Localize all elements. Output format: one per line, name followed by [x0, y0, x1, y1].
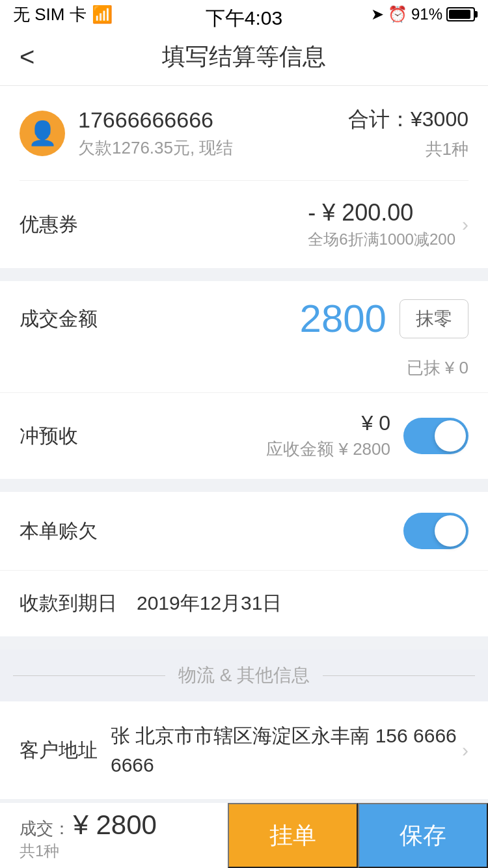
arrears-toggle[interactable]: [403, 513, 468, 549]
bottom-count: 共1种: [20, 841, 208, 861]
status-time: 下午4:03: [206, 5, 282, 32]
address-chevron-icon: ›: [462, 739, 468, 761]
customer-left: 👤 17666666666 欠款1276.35元, 现结: [20, 107, 233, 159]
round-zero-button[interactable]: 抹零: [400, 299, 468, 338]
duedate-value: 2019年12月31日: [137, 590, 282, 617]
divider-line-left: [13, 675, 165, 676]
prepaid-row: 冲预收 ¥ 0 应收金额 ¥ 2800: [0, 392, 488, 479]
pending-button[interactable]: 挂单: [228, 803, 358, 868]
deal-label: 成交金额: [20, 306, 98, 332]
arrears-row: 本单赊欠: [0, 492, 488, 570]
address-value: 张 北京市市辖区海淀区永丰南 156 6666 6666: [111, 721, 462, 780]
duedate-label: 收款到期日: [20, 590, 117, 617]
deal-right: 2800 抹零: [300, 299, 468, 338]
carrier-text: 无 SIM 卡: [13, 3, 87, 26]
customer-row: 👤 17666666666 欠款1276.35元, 现结 合计：¥3000 共1…: [20, 86, 468, 180]
avatar: 👤: [20, 111, 65, 156]
customer-sub: 欠款1276.35元, 现结: [78, 137, 233, 159]
customer-phone: 17666666666: [78, 107, 233, 133]
customer-info: 17666666666 欠款1276.35元, 现结: [78, 107, 233, 159]
arrears-section: 本单赊欠 收款到期日 2019年12月31日: [0, 492, 488, 636]
content: 👤 17666666666 欠款1276.35元, 现结 合计：¥3000 共1…: [0, 86, 488, 868]
deal-section: 成交金额 2800 抹零 已抹 ¥ 0 冲预收 ¥ 0 应收金额 ¥ 2800: [0, 281, 488, 479]
duedate-row: 收款到期日 2019年12月31日: [0, 570, 488, 636]
coupon-amount: - ¥ 200.00: [308, 199, 455, 226]
avatar-icon: 👤: [28, 120, 57, 147]
address-label: 客户地址: [20, 737, 98, 764]
customer-card: 👤 17666666666 欠款1276.35元, 现结 合计：¥3000 共1…: [0, 86, 488, 268]
alarm-icon: ⏰: [388, 5, 407, 23]
address-section: 客户地址 张 北京市市辖区海淀区永丰南 156 6666 6666 ›: [0, 701, 488, 799]
prepaid-values: ¥ 0 应收金额 ¥ 2800: [266, 411, 390, 461]
back-button[interactable]: <: [20, 42, 34, 72]
divider-text: 物流 & 其他信息: [178, 663, 310, 688]
bottom-bar: 成交： ¥ 2800 共1种 挂单 保存: [0, 803, 488, 868]
arrears-toggle-knob: [435, 515, 466, 547]
divider-section: 物流 & 其他信息: [0, 649, 488, 701]
deal-amount: 2800: [300, 299, 386, 338]
customer-count: 共1种: [348, 138, 468, 161]
status-bar: 无 SIM 卡 📶 下午4:03 ➤ ⏰ 91%: [0, 0, 488, 29]
bottom-deal-label: 成交：: [20, 819, 70, 838]
wifi-icon: 📶: [92, 5, 113, 25]
bottom-deal-amount: ¥ 2800: [73, 809, 156, 840]
customer-total: 合计：¥3000: [348, 105, 468, 134]
prepaid-sub: 应收金额 ¥ 2800: [266, 438, 390, 461]
coupon-value: - ¥ 200.00 全场6折满1000减200: [308, 199, 455, 250]
battery-percent: 91%: [411, 5, 442, 23]
coupon-desc: 全场6折满1000减200: [308, 229, 455, 250]
bottom-deal-line: 成交： ¥ 2800: [20, 809, 208, 841]
customer-right: 合计：¥3000 共1种: [348, 105, 468, 161]
location-icon: ➤: [371, 5, 384, 23]
toggle-knob: [435, 420, 466, 452]
address-row[interactable]: 客户地址 张 北京市市辖区海淀区永丰南 156 6666 6666 ›: [0, 701, 488, 799]
save-button[interactable]: 保存: [358, 803, 488, 868]
coupon-row[interactable]: 优惠券 - ¥ 200.00 全场6折满1000减200 ›: [20, 180, 468, 268]
prepaid-toggle[interactable]: [403, 418, 468, 454]
prepaid-label: 冲预收: [20, 423, 78, 450]
prepaid-right: ¥ 0 应收金额 ¥ 2800: [266, 411, 468, 461]
status-right: ➤ ⏰ 91%: [371, 5, 475, 23]
coupon-label: 优惠券: [20, 211, 78, 238]
chevron-right-icon: ›: [462, 213, 468, 236]
nav-bar: < 填写结算等信息: [0, 29, 488, 86]
deal-sub: 已抹 ¥ 0: [0, 357, 488, 392]
prepaid-amount: ¥ 0: [266, 411, 390, 435]
coupon-right: - ¥ 200.00 全场6折满1000减200 ›: [308, 199, 468, 250]
arrears-label: 本单赊欠: [20, 518, 98, 545]
bottom-info: 成交： ¥ 2800 共1种: [0, 809, 228, 861]
status-left: 无 SIM 卡 📶: [13, 3, 113, 26]
divider-line-right: [323, 675, 475, 676]
battery-icon: [446, 7, 475, 21]
deal-row: 成交金额 2800 抹零: [0, 281, 488, 357]
battery-fill: [449, 10, 470, 19]
page-title: 填写结算等信息: [162, 41, 326, 73]
